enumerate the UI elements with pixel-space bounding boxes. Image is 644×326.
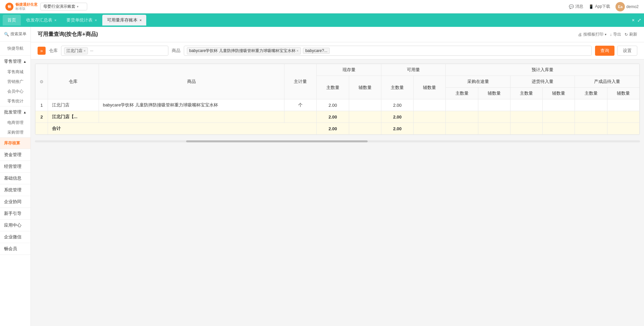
export-btn[interactable]: ↓ 导出 [610, 32, 621, 37]
row-2-unit [284, 111, 317, 123]
logo-area: 畅 畅捷通好生意 标准版 [5, 2, 38, 11]
sidebar-item-system[interactable]: 系统管理 [0, 184, 31, 196]
tab-bar-controls: × ⤢ [632, 17, 641, 23]
warehouse-tag-close[interactable]: × [84, 49, 86, 53]
row-2-purchase-main [446, 111, 478, 123]
sidebar-item-appstore[interactable]: 应用中心 [0, 220, 31, 231]
chevron-down-icon: ▾ [77, 5, 78, 8]
top-bar-left: 畅 畅捷通好生意 标准版 母婴行业演示账套 ▾ [5, 2, 87, 11]
warehouse-more-icon[interactable]: ··· [90, 48, 93, 53]
tab-receipts[interactable]: 收发存汇总表 × [21, 15, 61, 26]
th-forecast: 预计入库量 [446, 64, 640, 76]
page-header: 可用量查询(按仓库+商品) 🖨 按模板打印 ▾ ↓ 导出 ↻ 刷新 [31, 27, 644, 42]
scroll-track[interactable] [35, 140, 640, 142]
sidebar-item-marketing[interactable]: 营销推广 [0, 77, 31, 87]
quick-nav-btn[interactable]: 快捷导航 [0, 44, 31, 53]
row-2-incoming-aux [543, 111, 575, 123]
sidebar-group-retail-title[interactable]: 零售管理 ▲ [0, 56, 31, 67]
th-incoming: 进货待入量 [510, 76, 575, 88]
search-menu-btn[interactable]: 🔍 搜索菜单 [3, 30, 28, 39]
footer-stock-main: 2.00 [317, 123, 349, 135]
print-icon: 🖨 [578, 32, 582, 37]
product-filter-label: 商品 [172, 48, 180, 54]
warehouse-filter-input[interactable]: 江北门店 × ··· [61, 46, 168, 56]
sidebar-item-inventory[interactable]: 库存核算 [0, 138, 31, 149]
column-settings-icon[interactable]: ⚙ [40, 79, 44, 84]
table-footer-row: 合计 2.00 2.00 [36, 123, 640, 135]
sidebar-item-finance[interactable]: 资金管理 [0, 149, 31, 160]
close-all-icon[interactable]: × [632, 17, 635, 23]
sidebar-item-retail-stats[interactable]: 零售统计 [0, 96, 31, 106]
logo-main-text: 畅捷通好生意 [15, 2, 38, 7]
footer-label: 合计 [48, 123, 317, 135]
sidebar-item-purchase[interactable]: 采购管理 [0, 128, 31, 137]
message-btn[interactable]: 💬 消息 [569, 4, 583, 9]
tab-receipts-label: 收发存汇总表 [26, 17, 52, 23]
refresh-label: 刷新 [629, 32, 637, 37]
filter-actions: 查询 设置 [595, 46, 637, 56]
tab-orders-label: 要货单统计表 [66, 17, 93, 23]
refresh-btn[interactable]: ↻ 刷新 [625, 32, 637, 37]
sidebar-group-wechat: 企业微信 [0, 231, 31, 243]
main-layout: 🔍 搜索菜单 快捷导航 零售管理 ▲ 零售商城 营销推广 会员中心 零售统计 批… [0, 27, 644, 326]
query-btn[interactable]: 查询 [595, 46, 614, 56]
sidebar-item-wechat[interactable]: 企业微信 [0, 231, 31, 243]
sidebar-item-vip[interactable]: 畅会员 [0, 243, 31, 254]
scroll-thumb[interactable] [186, 140, 368, 142]
row-2-warehouse: 江北门店【... [48, 111, 99, 123]
table-row: 1 江北门店 babycare学饮杯 儿童防摔防撞吸管杯重力球吸嘴杯宝宝水杯 个… [36, 99, 640, 111]
sidebar-group-appstore: 应用中心 [0, 220, 31, 231]
maximize-icon[interactable]: ⤢ [637, 17, 641, 23]
sidebar-item-operations[interactable]: 经营管理 [0, 161, 31, 172]
inventory-label: 库存核算 [4, 140, 20, 146]
tab-orders-close[interactable]: × [95, 18, 97, 22]
industry-select[interactable]: 母婴行业演示账套 ▾ [40, 3, 87, 10]
sidebar-item-collab[interactable]: 企业协同 [0, 196, 31, 207]
th-settings: ⚙ [36, 64, 48, 99]
sidebar-item-guide[interactable]: 新手引导 [0, 208, 31, 219]
product-tag-1-close[interactable]: × [297, 49, 299, 53]
th-incoming-main: 主数量 [510, 88, 542, 99]
th-production-main: 主数量 [575, 88, 607, 99]
sidebar-group-operations: 经营管理 [0, 161, 31, 173]
settings-btn[interactable]: 设置 [617, 46, 637, 56]
print-label: 按模板打印 [583, 32, 603, 37]
sidebar-group-wholesale-title[interactable]: 批发管理 ▲ [0, 106, 31, 118]
row-1-avail-aux [414, 99, 446, 111]
print-chevron-icon: ▾ [605, 33, 606, 36]
sidebar-item-members[interactable]: 会员中心 [0, 87, 31, 96]
operations-label: 经营管理 [4, 164, 21, 170]
row-1-purchase-aux [478, 99, 510, 111]
tab-inventory-close[interactable]: × [140, 18, 142, 22]
logo-text: 畅捷通好生意 标准版 [15, 2, 38, 11]
sidebar-group-system: 系统管理 [0, 184, 31, 196]
finance-label: 资金管理 [4, 152, 21, 158]
sidebar: 🔍 搜索菜单 快捷导航 零售管理 ▲ 零售商城 营销推广 会员中心 零售统计 批… [0, 27, 31, 326]
sidebar-item-ecommerce[interactable]: 电商管理 [0, 118, 31, 128]
row-1-unit: 个 [284, 99, 317, 111]
tab-receipts-close[interactable]: × [54, 18, 56, 22]
tab-home[interactable]: 首页 [3, 15, 21, 26]
sidebar-item-retail-store[interactable]: 零售商城 [0, 67, 31, 77]
scroll-area [31, 139, 644, 145]
footer-avail-main: 2.00 [381, 123, 413, 135]
print-btn[interactable]: 🖨 按模板打印 ▾ [578, 32, 606, 37]
tab-inventory-label: 可用量库存账本 [107, 17, 138, 23]
th-incoming-aux: 辅数量 [543, 88, 575, 99]
row-2-stock-main: 2.00 [317, 111, 349, 123]
sidebar-item-basics[interactable]: 基础信息 [0, 173, 31, 184]
row-2-incoming-main [510, 111, 542, 123]
th-production: 产成品待入量 [575, 76, 640, 88]
export-icon: ↓ [610, 32, 612, 37]
tab-orders[interactable]: 要货单统计表 × [62, 15, 101, 26]
footer-incoming-main [510, 123, 542, 135]
page-actions: 🖨 按模板打印 ▾ ↓ 导出 ↻ 刷新 [578, 32, 637, 37]
user-area[interactable]: Ea demo2 [615, 2, 639, 11]
filter-expand-btn[interactable]: » [38, 47, 46, 55]
row-2-avail-main: 2.00 [381, 111, 413, 123]
product-filter-input[interactable]: babycare学饮杯 儿童防摔防撞吸管杯重力球吸嘴杯宝宝水杯 × babyca… [184, 46, 592, 56]
product-tag-1: babycare学饮杯 儿童防摔防撞吸管杯重力球吸嘴杯宝宝水杯 × [187, 47, 301, 54]
tab-inventory[interactable]: 可用量库存账本 × [102, 15, 146, 26]
warehouse-tag: 江北门店 × [64, 47, 88, 54]
app-download-btn[interactable]: 📱 App下载 [589, 4, 610, 9]
